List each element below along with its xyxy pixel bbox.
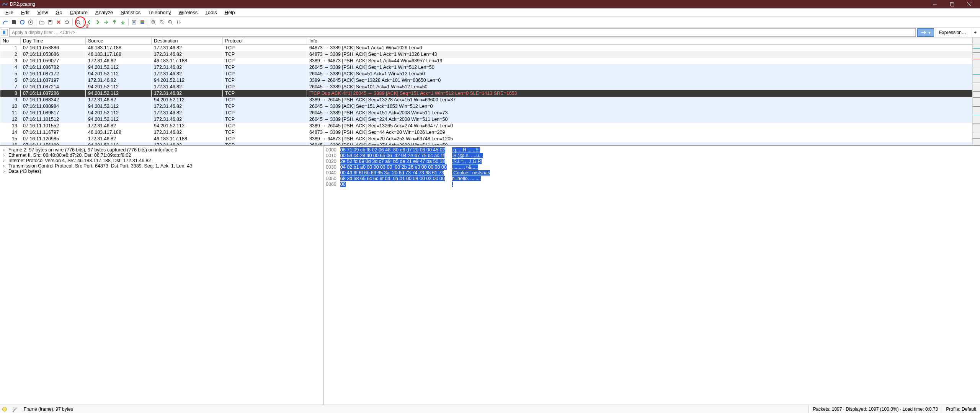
- status-frame-info: Frame (frame), 97 bytes: [24, 406, 73, 412]
- status-packets: Packets: 1097 · Displayed: 1097 (100.0%)…: [808, 405, 942, 413]
- svg-line-14: [79, 23, 80, 24]
- zoom-out-icon[interactable]: [158, 18, 166, 26]
- table-row[interactable]: 907:16:11.088342172.31.46.8294.201.52.11…: [0, 97, 972, 103]
- auto-scroll-icon[interactable]: [130, 18, 138, 26]
- menu-help[interactable]: Help: [221, 9, 239, 16]
- col-header-no[interactable]: No: [0, 37, 21, 45]
- svg-rect-5: [12, 20, 16, 24]
- svg-point-8: [30, 21, 31, 23]
- toolbar: 2 1: [0, 17, 980, 28]
- packet-table: No Day Time Source Destination Protocol …: [0, 37, 972, 145]
- close-button[interactable]: [960, 0, 978, 8]
- zoom-in-icon[interactable]: [150, 18, 157, 26]
- packet-bytes-pane[interactable]: 0000001000200030004000500060 06 71 09 cb…: [323, 146, 980, 405]
- table-row[interactable]: 207:16:11.05388646.183.117.188172.31.46.…: [0, 51, 972, 58]
- detail-line[interactable]: Frame 2: 97 bytes on wire (776 bits), 97…: [3, 147, 320, 153]
- find-packet-icon[interactable]: [74, 18, 82, 26]
- table-row[interactable]: 1307:16:11.101552172.31.46.8294.201.52.1…: [0, 123, 972, 129]
- col-header-info[interactable]: Info: [307, 37, 972, 45]
- svg-rect-10: [49, 20, 51, 22]
- menu-bar: File Edit View Go Capture Analyze Statis…: [0, 8, 980, 17]
- status-profile[interactable]: Profile: Default: [942, 405, 980, 413]
- go-last-icon[interactable]: [119, 18, 127, 26]
- svg-line-32: [171, 23, 173, 24]
- window-title: DP2.pcapng: [10, 2, 926, 7]
- zoom-reset-icon[interactable]: 1: [167, 18, 174, 26]
- close-file-icon[interactable]: [55, 18, 62, 26]
- menu-statistics[interactable]: Statistics: [117, 9, 144, 16]
- svg-point-6: [20, 20, 24, 24]
- menu-file[interactable]: File: [2, 9, 17, 16]
- table-row[interactable]: 607:16:11.087197172.31.46.8294.201.52.11…: [0, 77, 972, 84]
- detail-line[interactable]: Transmission Control Protocol, Src Port:…: [3, 163, 320, 169]
- apply-filter-button[interactable]: ▾: [917, 28, 934, 37]
- table-row[interactable]: 107:16:11.05388646.183.117.188172.31.46.…: [0, 45, 972, 51]
- go-first-icon[interactable]: [111, 18, 118, 26]
- colorize-icon[interactable]: [139, 18, 146, 26]
- detail-line[interactable]: Data (43 bytes): [3, 169, 320, 174]
- capture-options-icon[interactable]: [27, 18, 34, 26]
- menu-view[interactable]: View: [33, 9, 52, 16]
- edit-preferences-icon[interactable]: [11, 406, 18, 412]
- svg-line-29: [163, 23, 164, 24]
- table-row[interactable]: 1407:16:11.11679746.183.117.188172.31.46…: [0, 129, 972, 136]
- packet-table-scroll[interactable]: No Day Time Source Destination Protocol …: [0, 37, 972, 145]
- table-row[interactable]: 707:16:11.08721494.201.52.112172.31.46.8…: [0, 84, 972, 90]
- menu-go[interactable]: Go: [52, 9, 66, 16]
- open-file-icon[interactable]: [38, 18, 46, 26]
- table-row[interactable]: 1107:16:11.08981794.201.52.112172.31.46.…: [0, 110, 972, 116]
- table-row[interactable]: 1207:16:11.10151294.201.52.112172.31.46.…: [0, 116, 972, 123]
- svg-rect-22: [140, 21, 144, 23]
- menu-tools[interactable]: Tools: [201, 9, 220, 16]
- add-filter-button[interactable]: +: [971, 28, 979, 37]
- stop-capture-icon[interactable]: [10, 18, 18, 26]
- packet-details-pane[interactable]: Frame 2: 97 bytes on wire (776 bits), 97…: [0, 146, 323, 405]
- packet-minimap[interactable]: [972, 37, 980, 145]
- packet-list-pane: No Day Time Source Destination Protocol …: [0, 37, 980, 146]
- lower-panes: Frame 2: 97 bytes on wire (776 bits), 97…: [0, 146, 980, 405]
- table-row[interactable]: 307:16:11.059077172.31.46.8246.183.117.1…: [0, 58, 972, 64]
- separator: [36, 19, 36, 26]
- table-row[interactable]: 807:16:11.08728694.201.52.112172.31.46.8…: [0, 90, 972, 97]
- title-bar: DP2.pcapng: [0, 0, 980, 8]
- detail-line[interactable]: Ethernet II, Src: 06:48:80:e6:d7:20, Dst…: [3, 153, 320, 158]
- svg-point-13: [76, 20, 79, 23]
- menu-analyze[interactable]: Analyze: [91, 9, 117, 16]
- table-row[interactable]: 1607:16:11.15610994.201.52.112172.31.46.…: [0, 142, 972, 145]
- packet-header-row: No Day Time Source Destination Protocol …: [0, 37, 972, 45]
- menu-wireless[interactable]: Wireless: [175, 9, 202, 16]
- table-row[interactable]: 1007:16:11.08898494.201.52.112172.31.46.…: [0, 103, 972, 110]
- table-row[interactable]: 1507:16:11.120985172.31.46.8246.183.117.…: [0, 136, 972, 142]
- restart-capture-icon[interactable]: [18, 18, 26, 26]
- reload-icon[interactable]: [63, 18, 71, 26]
- window-controls: [926, 0, 978, 8]
- go-forward-icon[interactable]: [94, 18, 101, 26]
- expert-info-led[interactable]: [2, 407, 7, 411]
- display-filter-input[interactable]: [9, 28, 916, 37]
- resize-columns-icon[interactable]: [175, 18, 183, 26]
- col-header-destination[interactable]: Destination: [152, 37, 223, 45]
- svg-rect-2: [951, 3, 954, 6]
- dropdown-caret-icon: ▾: [928, 30, 931, 35]
- col-header-source[interactable]: Source: [86, 37, 152, 45]
- status-bar: Frame (frame), 97 bytes Packets: 1097 · …: [0, 405, 980, 413]
- separator: [148, 19, 148, 26]
- detail-line[interactable]: Internet Protocol Version 4, Src: 46.183…: [3, 158, 320, 163]
- wireshark-icon: [2, 2, 8, 7]
- table-row[interactable]: 407:16:11.08678294.201.52.112172.31.46.8…: [0, 64, 972, 71]
- col-header-time[interactable]: Day Time: [21, 37, 86, 45]
- col-header-protocol[interactable]: Protocol: [223, 37, 307, 45]
- separator: [128, 19, 129, 26]
- table-row[interactable]: 507:16:11.08717294.201.52.112172.31.46.8…: [0, 71, 972, 77]
- menu-capture[interactable]: Capture: [66, 9, 91, 16]
- menu-telephony[interactable]: Telephony: [144, 9, 175, 16]
- expression-button[interactable]: Expression…: [936, 28, 969, 37]
- minimize-button[interactable]: [926, 0, 943, 8]
- save-file-icon[interactable]: [46, 18, 54, 26]
- start-capture-icon[interactable]: [2, 18, 9, 26]
- bookmark-filter-icon[interactable]: [1, 29, 8, 36]
- maximize-button[interactable]: [943, 0, 960, 8]
- go-to-packet-icon[interactable]: [102, 18, 110, 26]
- svg-text:1: 1: [169, 21, 171, 23]
- menu-edit[interactable]: Edit: [17, 9, 33, 16]
